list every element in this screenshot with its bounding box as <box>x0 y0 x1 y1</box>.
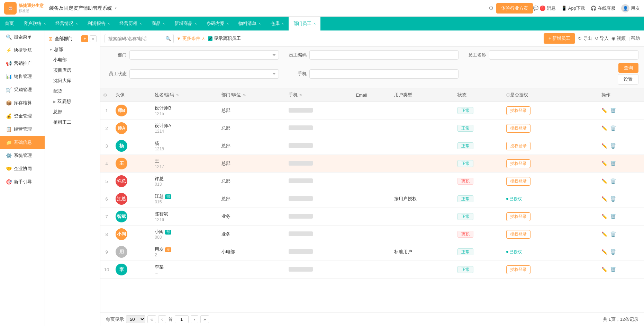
close-tab-icon[interactable]: × <box>314 21 316 26</box>
dept-tree-item[interactable]: 总部 <box>49 107 100 117</box>
more-filter-btn[interactable]: ▼ 更多条件 ∧ <box>176 35 205 42</box>
delete-icon[interactable]: 🗑️ <box>610 143 616 149</box>
dropdown-arrow-icon[interactable]: ▾ <box>115 6 117 10</box>
delete-icon[interactable]: 🗑️ <box>610 125 616 131</box>
video-button[interactable]: ◉ 视频 <box>611 35 626 42</box>
show-resigned-checkbox[interactable]: 显示离职员工 <box>208 35 241 42</box>
auth-button[interactable]: 授权登录 <box>506 212 530 221</box>
auth-button[interactable]: 授权登录 <box>506 177 530 186</box>
query-button[interactable]: 查询 <box>618 63 638 73</box>
delete-icon[interactable]: 🗑️ <box>610 214 616 219</box>
edit-icon[interactable]: ✏️ <box>601 231 607 237</box>
sidebar-item-系统管理[interactable]: ⚙️系统管理 <box>0 149 45 162</box>
sidebar-item-快捷导航[interactable]: ⚡快捷导航 <box>0 44 45 57</box>
edit-icon[interactable]: ✏️ <box>601 161 607 166</box>
delete-icon[interactable]: 🗑️ <box>610 178 616 184</box>
dept-tree-item[interactable]: ▼总部 <box>45 44 100 55</box>
emp-name-input[interactable] <box>489 50 638 60</box>
col-name[interactable]: 姓名/编码 ⇅ <box>152 88 219 102</box>
per-page-select[interactable]: 50 100 <box>126 315 145 323</box>
nav-tab-首页[interactable]: 首页 <box>0 17 19 30</box>
auth-button[interactable]: 授权登录 <box>506 265 530 274</box>
dept-tree-item[interactable]: 小电部 <box>49 55 100 65</box>
nav-tab-条码方案[interactable]: 条码方案× <box>202 17 234 30</box>
import-button[interactable]: ↺ 导入 <box>595 35 609 42</box>
close-tab-icon[interactable]: × <box>282 21 284 26</box>
show-resigned-input[interactable] <box>208 36 212 41</box>
delete-icon[interactable]: 🗑️ <box>610 196 616 202</box>
first-page-btn[interactable]: « <box>147 315 156 323</box>
page-number-input[interactable] <box>175 315 189 323</box>
close-tab-icon[interactable]: × <box>258 21 261 26</box>
delete-icon[interactable]: 🗑️ <box>610 108 616 113</box>
online-service-btn[interactable]: 🎧 在线客服 <box>591 5 616 11</box>
sidebar-item-企业协同[interactable]: 🤝企业协同 <box>0 162 45 175</box>
close-tab-icon[interactable]: × <box>194 21 197 26</box>
close-tab-icon[interactable]: × <box>108 21 110 26</box>
collapse-dept-btn[interactable]: « <box>90 35 97 42</box>
nav-tab-物料清单[interactable]: 物料清单× <box>234 17 265 30</box>
edit-icon[interactable]: ✏️ <box>601 125 607 131</box>
sidebar-item-营销推广[interactable]: 📢营销推广 <box>0 57 45 70</box>
edit-icon[interactable]: ✏️ <box>601 249 607 255</box>
delete-icon[interactable]: 🗑️ <box>610 161 616 166</box>
settings-icon[interactable]: ⚙ <box>489 5 493 11</box>
message-btn[interactable]: 💬 6 消息 <box>533 5 556 11</box>
dept-tree-item[interactable]: 项目库房 <box>49 65 100 76</box>
col-phone[interactable]: 手机 ⇅ <box>286 88 353 102</box>
dept-tree-item[interactable]: 植树王二 <box>49 117 100 127</box>
app-download-btn[interactable]: 📱 App下载 <box>561 5 585 11</box>
dept-tree-item[interactable]: 配货 <box>49 86 100 96</box>
sidebar-item-采购管理[interactable]: 🛒采购管理 <box>0 83 45 96</box>
edit-icon[interactable]: ✏️ <box>601 196 607 202</box>
user-menu[interactable]: 👤 用友 <box>621 4 640 12</box>
auth-button[interactable]: 授权登录 <box>506 159 530 168</box>
close-tab-icon[interactable]: × <box>139 21 142 26</box>
nav-tab-利润报告[interactable]: 利润报告× <box>83 17 115 30</box>
help-button[interactable]: | 帮助 <box>628 35 640 42</box>
emp-code-input[interactable] <box>309 50 459 60</box>
auth-button[interactable]: 授权登录 <box>506 142 530 150</box>
sidebar-item-基础信息[interactable]: 📁基础信息 <box>0 136 45 149</box>
edit-icon[interactable]: ✏️ <box>601 267 607 272</box>
edit-icon[interactable]: ✏️ <box>601 108 607 113</box>
dept-tree-item[interactable]: 沈阳大库 <box>49 76 100 86</box>
auth-button[interactable]: 授权登录 <box>506 230 530 239</box>
close-tab-icon[interactable]: × <box>44 21 46 26</box>
delete-icon[interactable]: 🗑️ <box>610 267 616 272</box>
close-tab-icon[interactable]: × <box>227 21 229 26</box>
col-dept[interactable]: 部门/职位 ⇅ <box>219 88 285 102</box>
delete-icon[interactable]: 🗑️ <box>610 249 616 255</box>
search-input[interactable] <box>105 34 174 43</box>
settings-button[interactable]: 设置 <box>618 74 638 85</box>
col-settings[interactable]: ⚙ <box>100 88 113 102</box>
auth-button[interactable]: 授权登录 <box>506 124 530 133</box>
sidebar-item-库存核算[interactable]: 📦库存核算 <box>0 96 45 109</box>
close-tab-icon[interactable]: × <box>163 21 165 26</box>
nav-tab-客户联络[interactable]: 客户联络× <box>19 17 51 30</box>
edit-icon[interactable]: ✏️ <box>601 214 607 219</box>
export-button[interactable]: ↻ 导出 <box>578 35 592 42</box>
nav-tab-仓库[interactable]: 仓库× <box>266 17 289 30</box>
sidebar-item-搜索菜单[interactable]: 🔍搜索菜单 <box>0 30 45 44</box>
close-tab-icon[interactable]: × <box>75 21 78 26</box>
auth-button[interactable]: 授权登录 <box>506 106 530 115</box>
add-dept-btn[interactable]: + <box>81 35 88 42</box>
prev-page-btn[interactable]: ‹ <box>158 315 166 323</box>
sidebar-item-新手引导[interactable]: 🎯新手引导 <box>0 175 45 188</box>
edit-icon[interactable]: ✏️ <box>601 143 607 149</box>
nav-tab-经营历程[interactable]: 经营历程× <box>115 17 146 30</box>
edit-icon[interactable]: ✏️ <box>601 178 607 184</box>
sidebar-item-经营管理[interactable]: 📋经营管理 <box>0 123 45 136</box>
nav-tab-部门员工[interactable]: 部门员工× <box>289 17 320 30</box>
trial-button[interactable]: 体验行业方案 <box>496 3 533 14</box>
dept-tree-item[interactable]: ▶双鹿想 <box>49 96 100 107</box>
sidebar-item-销售管理[interactable]: 📊销售管理 <box>0 70 45 83</box>
phone-input[interactable] <box>309 69 459 79</box>
next-page-btn[interactable]: › <box>191 315 198 323</box>
last-page-btn[interactable]: » <box>200 315 209 323</box>
nav-tab-商品[interactable]: 商品× <box>147 17 170 30</box>
delete-icon[interactable]: 🗑️ <box>610 231 616 237</box>
nav-tab-经营情况[interactable]: 经营情况× <box>51 17 82 30</box>
add-employee-button[interactable]: + 新增员工 <box>544 33 575 44</box>
